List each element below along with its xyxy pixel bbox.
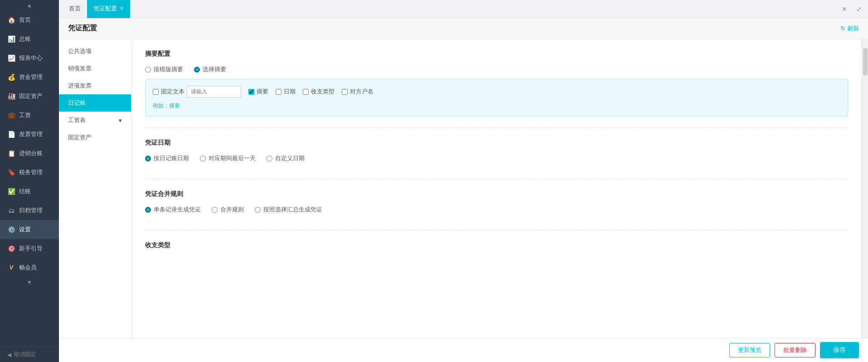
salary-icon: 💼 [7, 112, 15, 119]
date-section: 凭证日期 按日记账日期 对应期间最后一天 自定义日期 [145, 139, 848, 179]
menu-item-fixed-assets[interactable]: 固定资产 [59, 129, 131, 146]
tab-home[interactable]: 首页 [63, 0, 87, 18]
tab-voucher-config[interactable]: 凭证配置 ✕ [87, 0, 130, 18]
sidebar-scroll-up[interactable]: ▲ [0, 0, 59, 10]
abstract-section: 摘要配置 按模版摘要 选择摘要 固定文本 [145, 50, 848, 128]
abstract-example: 例如：摘要 [153, 102, 840, 110]
sidebar-item-member[interactable]: V 畅会员 [0, 258, 59, 277]
refresh-icon: ↻ [840, 25, 845, 32]
date-checkbox[interactable] [276, 89, 281, 95]
merge-summary-option[interactable]: 按照选择汇总生成凭证 [255, 205, 322, 214]
sidebar-item-tax[interactable]: 🔖 税务管理 [0, 163, 59, 182]
merge-section-title: 凭证合并规则 [145, 190, 848, 198]
chevron-down-icon: ▾ [119, 117, 122, 124]
sidebar-item-salary[interactable]: 💼 工资 [0, 106, 59, 125]
tab-expand-icon[interactable]: ⤢ [853, 5, 864, 14]
abstract-option: 摘要 [248, 88, 268, 96]
assets-icon: 🏭 [7, 93, 15, 100]
abstract-config-box: 固定文本 摘要 日期 收支类型 [145, 79, 848, 117]
checkout-icon: ✅ [7, 188, 15, 195]
date-section-title: 凭证日期 [145, 139, 848, 147]
sidebar-item-ledger[interactable]: 📊 总账 [0, 29, 59, 49]
sidebar-item-archive[interactable]: 🗂 归档管理 [0, 201, 59, 220]
fixed-text-checkbox[interactable] [153, 89, 159, 95]
sidebar-item-funds[interactable]: 💰 资金管理 [0, 68, 59, 87]
date-journal-option[interactable]: 按日记账日期 [145, 154, 189, 162]
abstract-checkbox[interactable] [248, 89, 254, 95]
sidebar-item-assets[interactable]: 🏭 固定资产 [0, 87, 59, 106]
left-menu: 公共选项 销项发票 进项发票 日记账 工资表 ▾ 固定资产 [59, 39, 131, 338]
merge-rule-radio[interactable] [212, 207, 218, 213]
menu-item-journal[interactable]: 日记账 [59, 94, 131, 112]
outer-scrollbar[interactable] [862, 39, 868, 338]
invoice-icon: 📄 [7, 131, 15, 138]
home-icon: 🏠 [7, 16, 15, 24]
sidebar-item-home[interactable]: 🏠 首页 [0, 10, 59, 29]
income-type-checkbox[interactable] [303, 89, 309, 95]
merge-single-option[interactable]: 单条记录生成凭证 [145, 205, 201, 214]
sidebar-item-purchase[interactable]: 📋 进销台账 [0, 144, 59, 163]
refresh-button[interactable]: ↻ 刷新 [840, 24, 859, 33]
tab-bar: 首页 凭证配置 ✕ ✕ ⤢ [59, 0, 868, 18]
tab-bar-actions: ✕ ⤢ [839, 5, 864, 14]
abstract-section-title: 摘要配置 [145, 50, 848, 58]
tab-close-icon[interactable]: ✕ [120, 5, 124, 11]
abstract-select-radio[interactable] [194, 67, 200, 73]
abstract-checkbox-row: 固定文本 摘要 日期 收支类型 [153, 86, 840, 98]
page-title: 凭证配置 [68, 24, 97, 33]
archive-icon: 🗂 [7, 207, 15, 214]
main-area: 首页 凭证配置 ✕ ✕ ⤢ 凭证配置 ↻ 刷新 公共选项 销项发票 进 [59, 0, 868, 362]
sidebar-item-invoice[interactable]: 📄 发票管理 [0, 125, 59, 144]
sidebar-unpin[interactable]: ◀ 取消固定 [0, 347, 59, 362]
merge-summary-radio[interactable] [255, 207, 261, 213]
merge-rule-option[interactable]: 合并规则 [212, 205, 244, 214]
date-lastday-option[interactable]: 对应期间最后一天 [200, 154, 256, 162]
sidebar-item-reports[interactable]: 📈 报表中心 [0, 49, 59, 68]
income-type-section: 收支类型 [145, 241, 848, 268]
counter-name-checkbox[interactable] [342, 89, 348, 95]
date-option: 日期 [276, 88, 296, 96]
purchase-icon: 📋 [7, 150, 15, 157]
member-icon: V [7, 264, 15, 271]
fixed-text-option: 固定文本 [153, 86, 241, 98]
abstract-radio-group: 按模版摘要 选择摘要 [145, 65, 848, 73]
tax-icon: 🔖 [7, 169, 15, 176]
batch-delete-button[interactable]: 批量删除 [775, 343, 815, 357]
scrollbar-thumb[interactable] [863, 48, 868, 75]
menu-item-payroll[interactable]: 工资表 ▾ [59, 112, 131, 129]
abstract-select-option[interactable]: 选择摘要 [194, 65, 226, 73]
sidebar-item-guide[interactable]: 🎯 新手引导 [0, 239, 59, 258]
merge-section: 凭证合并规则 单条记录生成凭证 合并规则 按照选择汇总生成凭证 [145, 190, 848, 230]
update-preview-button[interactable]: 更新预览 [729, 343, 770, 357]
right-content: 摘要配置 按模版摘要 选择摘要 固定文本 [131, 39, 862, 338]
save-button[interactable]: 保存 [820, 342, 859, 358]
date-custom-option[interactable]: 自定义日期 [267, 154, 305, 162]
menu-item-purchase[interactable]: 进项发票 [59, 77, 131, 94]
fixed-text-input[interactable] [187, 86, 241, 98]
settings-icon: ⚙️ [7, 226, 15, 233]
date-journal-radio[interactable] [145, 156, 151, 161]
sidebar-scroll-down[interactable]: ▼ [0, 277, 59, 288]
reports-icon: 📈 [7, 54, 15, 62]
abstract-template-radio[interactable] [145, 67, 151, 73]
income-type-section-title: 收支类型 [145, 241, 848, 249]
menu-item-public[interactable]: 公共选项 [59, 43, 131, 60]
pin-icon: ◀ [7, 352, 11, 358]
date-lastday-radio[interactable] [200, 156, 206, 161]
sidebar-item-checkout[interactable]: ✅ 结账 [0, 182, 59, 201]
sidebar-item-settings[interactable]: ⚙️ 设置 [0, 220, 59, 239]
merge-single-radio[interactable] [145, 207, 151, 213]
sidebar: ▲ 🏠 首页 📊 总账 📈 报表中心 💰 资金管理 🏭 固定资产 💼 工资 📄 … [0, 0, 59, 362]
bottom-bar: 更新预览 批量删除 保存 [59, 338, 868, 362]
merge-radio-group: 单条记录生成凭证 合并规则 按照选择汇总生成凭证 [145, 205, 848, 214]
ledger-icon: 📊 [7, 35, 15, 43]
counter-name-option: 对方户名 [342, 88, 373, 96]
tab-close-window-icon[interactable]: ✕ [839, 5, 850, 14]
menu-item-sales[interactable]: 销项发票 [59, 60, 131, 77]
guide-icon: 🎯 [7, 245, 15, 252]
abstract-template-option[interactable]: 按模版摘要 [145, 65, 183, 73]
income-type-option: 收支类型 [303, 88, 335, 96]
page-header: 凭证配置 ↻ 刷新 [59, 18, 868, 39]
funds-icon: 💰 [7, 73, 15, 81]
date-custom-radio[interactable] [267, 156, 272, 161]
